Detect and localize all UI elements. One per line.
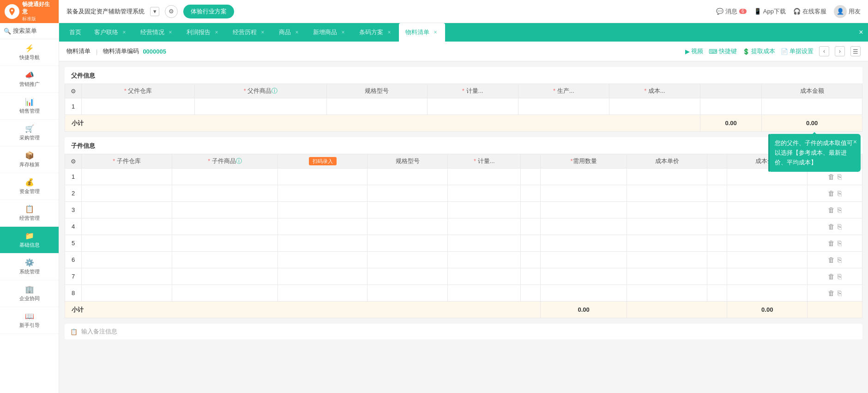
tab-barcode-close[interactable]: × [386, 29, 392, 36]
parent-row-1-cost[interactable] [609, 98, 700, 115]
scan-input-button[interactable]: 扫码录入 [309, 157, 337, 165]
sidebar-item-purchase[interactable]: 🛒 采购管理 [0, 120, 59, 146]
sidebar-search[interactable]: 🔍 搜索菜单 [0, 23, 59, 39]
online-service-button[interactable]: 🎧 在线客服 [793, 7, 826, 16]
child-row-1-unit[interactable] [448, 169, 521, 185]
child-row-3-copy-icon[interactable]: ⎘ [838, 206, 842, 214]
message-label: 消息 [725, 7, 737, 16]
tab-profit-report[interactable]: 利润报告 × [180, 23, 226, 42]
app-download-button[interactable]: 📱 App下载 [754, 7, 786, 16]
child-row-4-copy-icon[interactable]: ⎘ [838, 223, 842, 230]
grid-view-button[interactable]: ☰ [850, 46, 861, 56]
child-row-7: 7 🗑 ⎘ [65, 268, 862, 285]
user-label: 用友 [849, 7, 861, 16]
tab-new-product[interactable]: 新增商品 × [307, 23, 353, 42]
close-all-tabs[interactable]: × [854, 23, 868, 42]
child-row-1-spec[interactable] [368, 169, 448, 185]
trial-button[interactable]: 体验行业方案 [183, 5, 234, 18]
sidebar-item-basic-info[interactable]: 📁 基础信息 [0, 227, 59, 254]
extract-cost-action[interactable]: 💲 提取成本 [742, 47, 775, 55]
child-row-2-warehouse[interactable] [82, 185, 172, 202]
settings-button[interactable]: ⚙ [165, 5, 178, 18]
tab-customer-close[interactable]: × [121, 29, 127, 36]
tab-products-close[interactable]: × [294, 29, 300, 36]
shortcut-action[interactable]: ⌨ 快捷键 [709, 47, 737, 55]
online-service-label: 在线客服 [802, 7, 826, 16]
sales-icon: 📊 [25, 97, 34, 106]
child-row-2-quantity[interactable] [541, 185, 627, 202]
child-row-8-delete-icon[interactable]: 🗑 [828, 289, 835, 297]
child-row-4-delete-icon[interactable]: 🗑 [828, 223, 835, 230]
child-row-5-copy-icon[interactable]: ⎘ [838, 239, 842, 247]
child-row-8-actions: 🗑 ⎘ [808, 285, 862, 302]
tooltip-close-button[interactable]: × [853, 137, 857, 147]
bottom-icon: 📋 [70, 328, 78, 335]
child-row-1-quantity[interactable] [541, 169, 627, 185]
tab-home[interactable]: 首页 [63, 23, 88, 42]
sidebar-item-enterprise[interactable]: 🏢 企业协同 [0, 280, 59, 307]
child-row-1-warehouse[interactable] [82, 169, 172, 185]
child-row-2-delete-icon[interactable]: 🗑 [828, 189, 835, 197]
child-row-6-delete-icon[interactable]: 🗑 [828, 256, 835, 264]
child-row-2-unit[interactable] [448, 185, 521, 202]
page-actions: ▶ 视频 ⌨ 快捷键 💲 提取成本 📄 单据设置 ‹ › ☰ [685, 46, 861, 56]
marketing-icon: 📣 [25, 71, 34, 79]
tab-operations-status[interactable]: 经营情况 × [134, 23, 180, 42]
tab-barcode[interactable]: 条码方案 × [353, 23, 399, 42]
child-row-8-copy-icon[interactable]: ⎘ [838, 289, 842, 297]
video-action[interactable]: ▶ 视频 [685, 47, 703, 55]
single-settings-action[interactable]: 📄 单据设置 [781, 47, 814, 55]
tab-products[interactable]: 商品 × [272, 23, 307, 42]
tab-bom-close[interactable]: × [432, 29, 439, 36]
child-col-unit-cost: 成本单价 [627, 154, 707, 169]
system-title-dropdown[interactable]: ▾ [150, 7, 159, 16]
parent-row-1-production[interactable] [518, 98, 609, 115]
sidebar-label-quick-nav: 快捷导航 [19, 54, 40, 61]
system-icon: ⚙️ [25, 258, 34, 267]
sidebar-item-operations[interactable]: 📋 经营管理 [0, 200, 59, 227]
child-row-1-scan [277, 169, 367, 185]
child-row-8-num: 8 [65, 285, 82, 302]
sidebar-item-sales[interactable]: 📊 销售管理 [0, 93, 59, 120]
parent-row-1-warehouse[interactable] [82, 98, 195, 115]
child-row-3-delete-icon[interactable]: 🗑 [828, 206, 835, 214]
sidebar-item-marketing[interactable]: 📣 营销推广 [0, 66, 59, 93]
child-row-7-delete-icon[interactable]: 🗑 [828, 272, 835, 280]
child-row-6-actions: 🗑 ⎘ [808, 252, 862, 268]
tab-bom[interactable]: 物料清单 × [399, 23, 445, 42]
sidebar-item-inventory[interactable]: 📦 库存核算 [0, 146, 59, 173]
sidebar-item-finance[interactable]: 💰 资金管理 [0, 173, 59, 200]
next-record-button[interactable]: › [835, 46, 845, 56]
tab-new-product-close[interactable]: × [340, 29, 346, 36]
tab-ops-history[interactable]: 经营历程 × [226, 23, 272, 42]
tab-profit-close[interactable]: × [213, 29, 220, 36]
child-row-1-delete-icon[interactable]: 🗑 [828, 173, 835, 181]
child-row-2-spec[interactable] [368, 185, 448, 202]
parent-row-1-product[interactable] [194, 98, 326, 115]
child-row-1-product[interactable] [172, 169, 278, 185]
sidebar-logo: 畅捷通好生意 标准版 [0, 0, 59, 23]
prev-record-button[interactable]: ‹ [819, 46, 829, 56]
parent-section: 父件信息 ⚙ * 父件仓库 * 父件商品ⓘ 规格型号 * 计量... * 生产.… [65, 67, 862, 132]
parent-row-1-unit[interactable] [427, 98, 518, 115]
message-button[interactable]: 💬 消息 6 [716, 7, 747, 16]
tab-ops-history-close[interactable]: × [259, 29, 266, 36]
topbar-right: 💬 消息 6 📱 App下载 🎧 在线客服 👤 用友 [716, 5, 861, 18]
child-row-2-product[interactable] [172, 185, 278, 202]
sidebar-item-quick-nav[interactable]: ⚡ 快捷导航 [0, 39, 59, 66]
child-row-2-copy-icon[interactable]: ⎘ [838, 189, 842, 197]
child-row-6-copy-icon[interactable]: ⎘ [838, 256, 842, 264]
logo-text: 畅捷通好生意 [22, 1, 54, 15]
tab-customer[interactable]: 客户联络 × [88, 23, 134, 42]
tab-ops-close[interactable]: × [167, 29, 174, 36]
single-settings-label: 单据设置 [790, 47, 814, 55]
parent-row-1: 1 [65, 98, 862, 115]
user-menu[interactable]: 👤 用友 [834, 5, 861, 18]
child-row-1-copy-icon[interactable]: ⎘ [838, 173, 842, 181]
sidebar-item-system[interactable]: ⚙️ 系统管理 [0, 254, 59, 280]
parent-row-1-spec[interactable] [326, 98, 427, 115]
sidebar-item-guide[interactable]: 📖 新手引导 [0, 307, 59, 334]
parent-row-1-num: 1 [65, 98, 82, 115]
child-row-7-copy-icon[interactable]: ⎘ [838, 272, 842, 280]
child-row-5-delete-icon[interactable]: 🗑 [828, 239, 835, 247]
